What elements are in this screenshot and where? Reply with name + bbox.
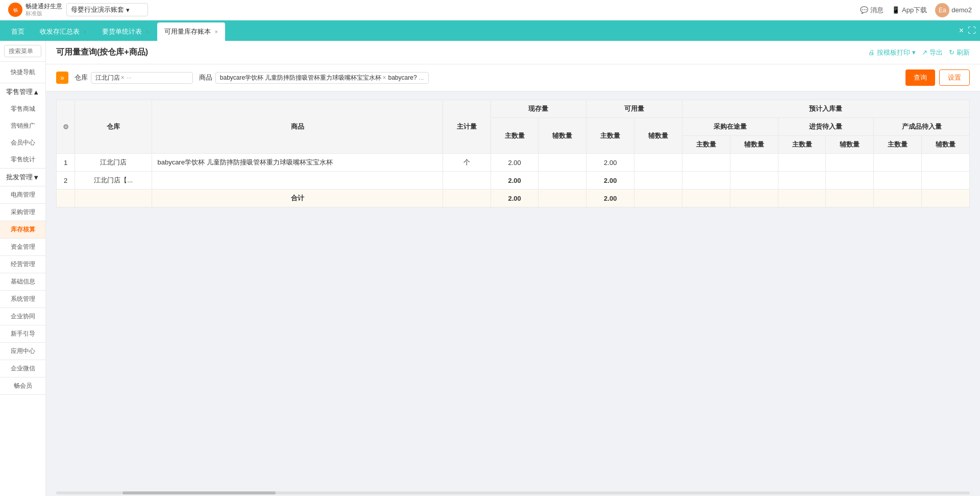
logo-text-group: 畅捷通好生意 标准版: [26, 3, 62, 17]
cell-unit-1: 个: [443, 154, 491, 172]
tab-available-stock-close[interactable]: ×: [215, 29, 218, 35]
warehouse-filter-tags[interactable]: 江北门店 × ···: [91, 72, 193, 84]
logo-sub: 标准版: [26, 10, 62, 17]
fullscreen-btn[interactable]: ⛶: [968, 26, 976, 35]
logo-text: 畅捷通好生意: [26, 3, 62, 10]
print-label: 按模板打印: [877, 48, 910, 57]
sidebar-item-apps[interactable]: 应用中心: [0, 343, 45, 360]
print-icon: 🖨: [868, 49, 875, 56]
sidebar-item-operations[interactable]: 经营管理: [0, 256, 45, 273]
sidebar-item-system[interactable]: 系统管理: [0, 291, 45, 308]
message-btn[interactable]: 💬 消息: [860, 6, 884, 15]
table-container: ⚙ 仓库 商品 主计量 现存量 可用量 预计入库量 主数量 辅数量 主数量 辅数…: [46, 91, 980, 490]
sidebar-item-collab[interactable]: 企业协同: [0, 308, 45, 325]
export-btn[interactable]: ↗ 导出: [922, 48, 943, 57]
avatar: Ea: [935, 3, 949, 17]
sidebar-section-wholesale: 批发管理 ▼: [0, 169, 45, 186]
warehouse-tag-remove[interactable]: ×: [121, 74, 125, 81]
sidebar-item-inventory[interactable]: 库存核算: [0, 221, 45, 238]
tab-order-stats-close[interactable]: ×: [146, 29, 149, 35]
table-row: 1 江北门店 babycare学饮杯 儿童防摔防撞吸管杯重力球吸嘴杯宝宝水杯 个…: [57, 154, 970, 172]
store-selector[interactable]: 母婴行业演示账套 ▾: [66, 3, 148, 16]
sidebar-section-retail-header[interactable]: 零售管理 ▲: [0, 83, 45, 101]
col-product-sub: 辅数量: [922, 136, 970, 154]
print-btn[interactable]: 🖨 按模板打印 ▾: [868, 48, 916, 57]
product-filter-group: 商品 babycare学饮杯 儿童防摔防撞吸管杯重力球吸嘴杯宝宝水杯 × bab…: [199, 72, 429, 84]
sidebar-item-retail-mall[interactable]: 零售商城: [0, 101, 45, 117]
sidebar-item-member-center[interactable]: 会员中心: [0, 134, 45, 151]
sidebar-item-wechat[interactable]: 企业微信: [0, 360, 45, 377]
settings-btn[interactable]: 设置: [939, 69, 970, 86]
sidebar-item-quick-nav[interactable]: 快捷导航: [0, 64, 45, 81]
user-profile-btn[interactable]: Ea demo2: [935, 3, 972, 17]
product-tag-1-remove[interactable]: ×: [383, 74, 386, 81]
export-icon: ↗: [922, 49, 927, 56]
cell-available-sub-1: [634, 154, 682, 172]
warehouse-filter-group: 仓库 江北门店 × ···: [75, 72, 193, 84]
col-incoming-sub: 辅数量: [826, 136, 874, 154]
col-incoming-header: 进货待入量: [778, 118, 874, 136]
close-all-tabs-btn[interactable]: ×: [959, 26, 964, 35]
cell-product-1: babycare学饮杯 儿童防摔防撞吸管杯重力球吸嘴杯宝宝水杯: [152, 154, 443, 172]
sidebar-item-ecommerce[interactable]: 电商管理: [0, 186, 45, 203]
sidebar-search-area: [0, 41, 45, 62]
cell-incoming-sub-2: [826, 172, 874, 190]
topbar: 畅 畅捷通好生意 标准版 母婴行业演示账套 ▾ 💬 消息 📱 App下载 Ea …: [0, 0, 980, 20]
expand-filter-btn[interactable]: »: [56, 72, 68, 84]
cell-current-main-1: 2.00: [491, 154, 538, 172]
refresh-btn[interactable]: ↻ 刷新: [949, 48, 970, 57]
app-download-btn[interactable]: 📱 App下载: [892, 6, 927, 15]
data-table: ⚙ 仓库 商品 主计量 现存量 可用量 预计入库量 主数量 辅数量 主数量 辅数…: [56, 100, 970, 207]
warehouse-tag-jiangbei[interactable]: 江北门店 ×: [95, 74, 125, 82]
cell-pur-transit-main-1: [682, 154, 730, 172]
sidebar-item-guide[interactable]: 新手引导: [0, 325, 45, 342]
cell-incoming-main-1: [778, 154, 826, 172]
table-footer-row: 合计 2.00 2.00: [57, 190, 970, 207]
sidebar-quick-nav: 快捷导航: [0, 62, 45, 83]
sidebar-item-finance[interactable]: 资金管理: [0, 239, 45, 255]
sidebar-item-marketing[interactable]: 营销推广: [0, 117, 45, 134]
cell-pur-transit-sub-1: [730, 154, 778, 172]
cell-seq-1: 1: [57, 154, 75, 172]
col-unit-header: 主计量: [443, 100, 491, 154]
col-incoming-main: 主数量: [778, 136, 826, 154]
sidebar-section-guide: 新手引导: [0, 325, 45, 343]
horizontal-scrollbar[interactable]: [46, 490, 980, 496]
scroll-thumb[interactable]: [122, 491, 276, 494]
tab-receive-summary[interactable]: 收发存汇总表 ×: [33, 22, 94, 41]
sidebar-section-purchase: 采购管理: [0, 204, 45, 221]
col-settings-icon[interactable]: ⚙: [63, 123, 69, 131]
sidebar-section-retail-label: 零售管理: [6, 87, 33, 97]
sidebar-item-purchase[interactable]: 采购管理: [0, 204, 45, 221]
sidebar-section-wechat: 企业微信: [0, 360, 45, 377]
product-filter-tags[interactable]: babycare学饮杯 儿童防摔防撞吸管杯重力球吸嘴杯宝宝水杯 × babyca…: [215, 72, 429, 84]
product-tag-1[interactable]: babycare学饮杯 儿童防摔防撞吸管杯重力球吸嘴杯宝宝水杯 ×: [220, 74, 386, 82]
cell-product-sub-1: [922, 154, 970, 172]
tab-home[interactable]: 首页: [4, 22, 32, 41]
sidebar-item-member[interactable]: 畅会员: [0, 377, 45, 394]
tab-order-stats[interactable]: 要货单统计表 ×: [95, 22, 156, 41]
tab-available-stock[interactable]: 可用量库存账本 ×: [157, 22, 225, 41]
product-tag-2[interactable]: babycare?: [388, 74, 417, 81]
filter-action-btns: 查询 设置: [905, 69, 970, 86]
cell-available-sub-2: [634, 172, 682, 190]
col-available-header: 可用量: [586, 100, 682, 118]
col-pur-transit-sub: 辅数量: [730, 136, 778, 154]
tab-order-stats-label: 要货单统计表: [102, 27, 142, 36]
sidebar-section-system: 系统管理: [0, 291, 45, 308]
sidebar-section-wholesale-label: 批发管理: [6, 173, 33, 182]
table-row: 2 江北门店【... 2.00 2.00: [57, 172, 970, 190]
scroll-track: [56, 491, 970, 494]
sidebar-section-wholesale-header[interactable]: 批发管理 ▼: [0, 169, 45, 186]
cell-current-sub-2: [538, 172, 586, 190]
sidebar-item-basic[interactable]: 基础信息: [0, 273, 45, 290]
main-content: 可用量查询(按仓库+商品) 🖨 按模板打印 ▾ ↗ 导出 ↻ 刷新 »: [46, 41, 980, 496]
message-label: 消息: [870, 6, 884, 15]
page-header: 可用量查询(按仓库+商品) 🖨 按模板打印 ▾ ↗ 导出 ↻ 刷新: [46, 41, 980, 64]
tab-receive-summary-close[interactable]: ×: [84, 29, 87, 35]
search-input[interactable]: [4, 45, 41, 57]
sidebar-item-retail-stats[interactable]: 零售统计: [0, 151, 45, 168]
page-title: 可用量查询(按仓库+商品): [56, 47, 148, 58]
query-btn[interactable]: 查询: [905, 69, 935, 86]
cell-warehouse-1: 江北门店: [75, 154, 152, 172]
